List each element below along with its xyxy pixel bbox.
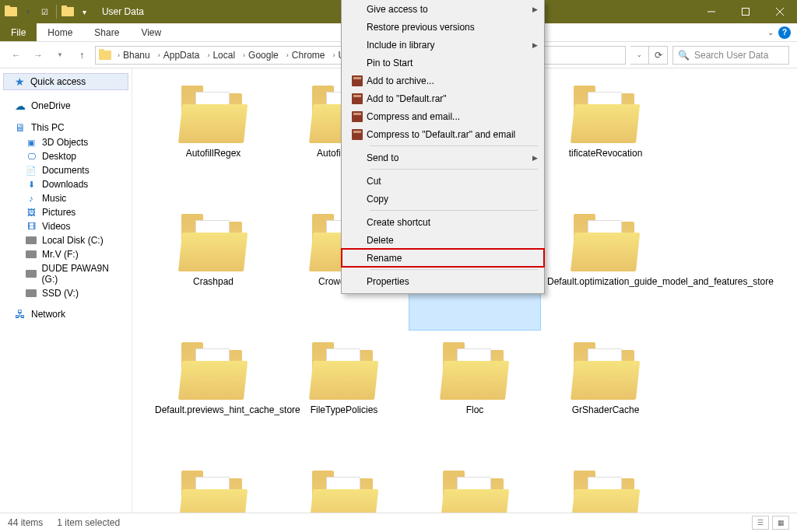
sidebar-item[interactable]: ⬇Downloads: [0, 177, 132, 191]
separator: [56, 5, 57, 19]
picture-icon: 🖼: [25, 207, 37, 218]
menu-add-archive[interactable]: Add to archive...: [342, 72, 544, 89]
folder-item[interactable]: hyphen-data: [148, 458, 279, 513]
chevron-right-icon[interactable]: ›: [240, 51, 248, 59]
folder-item[interactable]: Floc: [409, 330, 540, 458]
menu-restore[interactable]: Restore previous versions: [342, 18, 544, 36]
folder-item[interactable]: [540, 458, 671, 513]
sidebar-item[interactable]: ▣3D Objects: [0, 135, 132, 149]
document-icon: 📄: [25, 165, 37, 176]
folder-item[interactable]: Crashpad: [148, 201, 279, 330]
help-icon[interactable]: ?: [778, 26, 791, 39]
sidebar-quick-access[interactable]: ★Quick access: [3, 73, 128, 90]
tab-share[interactable]: Share: [83, 23, 130, 41]
menu-copy[interactable]: Copy: [342, 190, 544, 208]
close-button[interactable]: [763, 0, 797, 23]
menu-properties[interactable]: Properties: [342, 272, 544, 290]
address-controls: ⌄ ⟳: [630, 46, 668, 65]
crumb[interactable]: Bhanu: [123, 50, 150, 61]
tab-view[interactable]: View: [130, 23, 172, 41]
sidebar-onedrive[interactable]: ☁OneDrive: [0, 98, 132, 114]
recent-button[interactable]: ▼: [51, 47, 68, 64]
music-icon: ♪: [25, 193, 37, 204]
chevron-right-icon[interactable]: ›: [283, 51, 292, 59]
menu-compress-email[interactable]: Compress and email...: [342, 107, 544, 125]
minimize-button[interactable]: [694, 0, 729, 23]
folder-item[interactable]: GrShaderCache: [540, 330, 671, 458]
context-menu: Give access to▶ Restore previous version…: [341, 0, 545, 294]
back-button[interactable]: ←: [8, 47, 25, 64]
sidebar-item[interactable]: SSD (V:): [0, 286, 132, 300]
up-button[interactable]: ↑: [73, 47, 90, 64]
menu-add-rar[interactable]: Add to "Default.rar": [342, 89, 544, 107]
chevron-down-icon[interactable]: ▼: [22, 9, 34, 16]
crumb[interactable]: Local: [212, 50, 235, 61]
folder-icon: [178, 472, 248, 513]
maximize-button[interactable]: [729, 0, 763, 23]
chevron-right-icon[interactable]: ›: [329, 51, 338, 59]
video-icon: 🎞: [25, 221, 37, 232]
menu-create-shortcut[interactable]: Create shortcut: [342, 213, 544, 231]
dropdown-button[interactable]: ⌄: [630, 46, 649, 65]
folder-icon: [571, 215, 641, 271]
properties-icon[interactable]: ☑: [39, 5, 51, 18]
sidebar-item[interactable]: DUDE PAWA9N (G:): [0, 261, 132, 286]
chevron-down-icon[interactable]: ⌄: [767, 28, 774, 37]
menu-send-to[interactable]: Send to▶: [342, 149, 544, 166]
menu-separator: [370, 145, 538, 146]
folder-item[interactable]: FileTypePolicies: [279, 330, 409, 458]
status-bar: 44 items 1 item selected ☰ ▦: [0, 513, 797, 532]
file-tab[interactable]: File: [0, 23, 37, 41]
sidebar-item[interactable]: Local Disk (C:): [0, 233, 132, 247]
menu-compress-rar-email[interactable]: Compress to "Default.rar" and email: [342, 125, 544, 143]
tab-home[interactable]: Home: [37, 23, 83, 41]
folder-icon: [5, 5, 17, 18]
disk-icon: [25, 268, 37, 279]
folder-item[interactable]: Default.previews_hint_cache_store: [148, 330, 279, 458]
folder-item[interactable]: MEIPreload: [279, 458, 409, 513]
menu-pin[interactable]: Pin to Start: [342, 54, 544, 72]
menu-delete[interactable]: Delete: [342, 231, 544, 249]
folder-item[interactable]: AutofillRegex: [148, 73, 279, 201]
icons-view-button[interactable]: ▦: [772, 516, 789, 530]
overflow-icon[interactable]: ▾: [79, 5, 91, 18]
menu-separator: [370, 210, 538, 211]
forward-button[interactable]: →: [30, 47, 47, 64]
search-icon: 🔍: [678, 50, 690, 61]
folder-icon: [571, 87, 641, 143]
folder-item[interactable]: Notification Resources: [409, 458, 540, 513]
sidebar-item[interactable]: 📄Documents: [0, 163, 132, 177]
cloud-icon: ☁: [14, 100, 26, 111]
chevron-right-icon[interactable]: ›: [155, 51, 163, 59]
folder-icon: [178, 344, 248, 400]
sidebar-item[interactable]: 🖼Pictures: [0, 205, 132, 219]
sidebar-item[interactable]: Mr.V (F:): [0, 247, 132, 261]
window-controls: [694, 0, 797, 23]
folder-item[interactable]: tificateRevocation: [540, 73, 671, 201]
search-placeholder: Search User Data: [694, 50, 768, 61]
disk-icon: [25, 288, 37, 299]
cube-icon: ▣: [25, 137, 37, 148]
sidebar-network[interactable]: 🖧Network: [0, 306, 132, 322]
sidebar-item[interactable]: 🎞Videos: [0, 219, 132, 233]
folder-item[interactable]: Default.optimization_guide_model_and_fea…: [540, 201, 671, 330]
folder-icon: [571, 344, 641, 400]
menu-include[interactable]: Include in library▶: [342, 36, 544, 54]
refresh-button[interactable]: ⟳: [649, 46, 668, 65]
chevron-right-icon[interactable]: ›: [204, 51, 212, 59]
sidebar-this-pc[interactable]: 🖥This PC: [0, 120, 132, 135]
crumb[interactable]: AppData: [163, 50, 200, 61]
chevron-right-icon[interactable]: ›: [114, 51, 123, 59]
folder-icon: [571, 472, 641, 513]
menu-rename[interactable]: Rename: [342, 249, 544, 267]
folder-icon: [309, 472, 379, 513]
details-view-button[interactable]: ☰: [752, 516, 769, 530]
menu-cut[interactable]: Cut: [342, 172, 544, 190]
crumb[interactable]: Chrome: [292, 50, 325, 61]
crumb[interactable]: Google: [248, 50, 279, 61]
menu-give-access[interactable]: Give access to▶: [342, 0, 544, 18]
sidebar-item[interactable]: ♪Music: [0, 191, 132, 205]
window-title: User Data: [96, 6, 144, 17]
search-input[interactable]: 🔍 Search User Data: [672, 46, 789, 65]
sidebar-item[interactable]: 🖵Desktop: [0, 149, 132, 163]
